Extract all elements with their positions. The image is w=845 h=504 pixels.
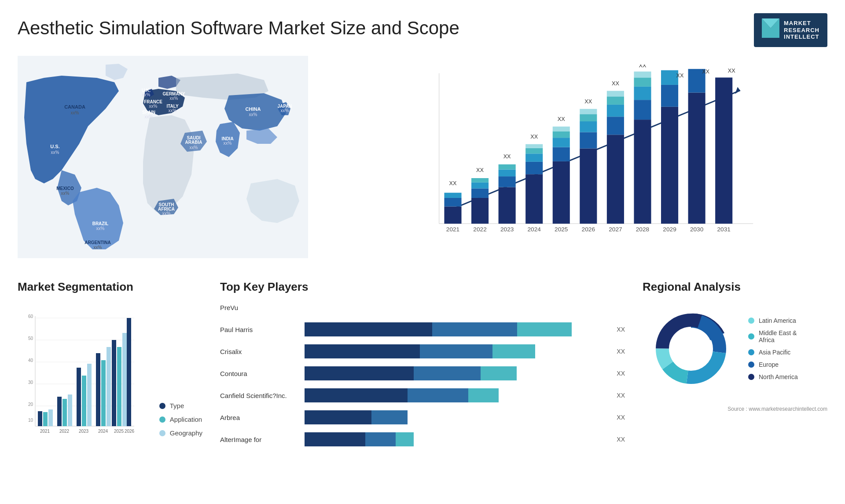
svg-text:2026: 2026 — [582, 226, 595, 233]
svg-rect-80 — [607, 96, 624, 105]
svg-text:xx%: xx% — [281, 108, 289, 113]
svg-rect-51 — [499, 176, 516, 187]
reg-label-latin-america: Latin America — [759, 317, 796, 324]
player-bar-seg1-alterimage — [305, 432, 365, 446]
segmentation-section: Market Segmentation 60 50 40 30 20 10 — [18, 280, 202, 474]
player-bar-seg2-paulharris — [432, 322, 517, 336]
svg-text:XX: XX — [476, 167, 484, 173]
svg-rect-47 — [471, 178, 489, 183]
svg-text:xx%: xx% — [162, 211, 171, 216]
svg-text:2029: 2029 — [663, 226, 676, 233]
svg-text:XX: XX — [530, 134, 538, 140]
svg-text:BRAZIL: BRAZIL — [92, 221, 109, 226]
svg-text:xx%: xx% — [94, 245, 102, 250]
svg-text:2026: 2026 — [125, 429, 135, 434]
svg-rect-121 — [62, 399, 67, 426]
legend-dot-geography — [159, 430, 165, 436]
players-content: PreVu Paul Harris XX Crisalix — [220, 300, 625, 446]
player-value-contoura: XX — [617, 370, 625, 377]
regional-title: Regional Analysis — [643, 280, 827, 294]
player-bar-seg1-canfield — [305, 388, 408, 402]
player-name-alterimage: AlterImage for — [220, 436, 299, 443]
svg-rect-41 — [444, 193, 461, 198]
svg-rect-59 — [525, 148, 543, 154]
page: Aesthetic Simulation Software Market Siz… — [0, 0, 845, 504]
player-bar-seg2-canfield — [408, 388, 468, 402]
player-bar-arbrea — [305, 410, 608, 424]
player-bar-seg2-contoura — [414, 366, 481, 380]
svg-marker-38 — [735, 87, 740, 94]
svg-rect-84 — [634, 120, 651, 224]
svg-text:ARABIA: ARABIA — [185, 140, 202, 145]
regional-section: Regional Analysis — [643, 280, 827, 474]
logo-letter — [762, 18, 779, 42]
player-value-arbrea: XX — [617, 414, 625, 421]
player-bar-seg3-contoura — [481, 366, 517, 380]
player-value-alterimage: XX — [617, 436, 625, 443]
top-row: CANADA xx% U.S. xx% MEXICO xx% BRAZIL xx… — [18, 56, 827, 267]
svg-rect-65 — [553, 138, 570, 147]
player-name-contoura: Contoura — [220, 370, 299, 377]
bar-chart-section: 2021 XX 2022 XX 2023 XX — [326, 56, 827, 267]
player-row-crisalix: Crisalix XX — [220, 344, 625, 358]
player-bar-seg2-arbrea — [371, 410, 408, 424]
player-row-canfield: Canfield Scientific?Inc. XX — [220, 388, 625, 402]
legend-application: Application — [159, 416, 202, 423]
legend-label-application: Application — [170, 416, 202, 423]
svg-text:60: 60 — [28, 314, 33, 319]
reg-label-me-africa: Middle East &Africa — [759, 329, 797, 343]
svg-rect-70 — [580, 149, 597, 224]
svg-text:XX: XX — [728, 68, 735, 74]
player-row-prevu: PreVu — [220, 300, 625, 314]
svg-rect-91 — [661, 107, 678, 224]
reg-dot-asia-pacific — [748, 349, 754, 355]
svg-rect-129 — [101, 360, 106, 426]
svg-text:2021: 2021 — [40, 429, 50, 434]
svg-rect-120 — [57, 397, 62, 426]
svg-text:50: 50 — [28, 336, 33, 341]
legend-type: Type — [159, 402, 202, 409]
svg-text:XX: XX — [612, 80, 619, 87]
svg-rect-58 — [525, 153, 543, 162]
svg-text:20: 20 — [28, 402, 33, 407]
svg-text:2028: 2028 — [636, 226, 650, 233]
svg-rect-60 — [525, 144, 543, 148]
svg-rect-81 — [607, 91, 624, 97]
header: Aesthetic Simulation Software Market Siz… — [18, 13, 827, 47]
seg-legend: Type Application Geography — [159, 402, 202, 450]
svg-rect-72 — [580, 121, 597, 132]
svg-rect-57 — [525, 162, 543, 174]
player-bar-seg1-crisalix — [305, 344, 420, 358]
svg-rect-136 — [127, 318, 131, 426]
reg-dot-europe — [748, 362, 754, 368]
player-name-crisalix: Crisalix — [220, 348, 299, 355]
logo-text: MARKET RESEARCH INTELLECT — [784, 20, 819, 40]
svg-text:10: 10 — [28, 418, 33, 423]
donut-svg — [643, 300, 739, 397]
player-row-contoura: Contoura XX — [220, 366, 625, 380]
svg-rect-77 — [607, 135, 624, 223]
player-bar-seg3-alterimage — [396, 432, 414, 446]
svg-text:2022: 2022 — [59, 429, 70, 434]
world-map-svg: CANADA xx% U.S. xx% MEXICO xx% BRAZIL xx… — [18, 56, 308, 258]
reg-legend-latin-america: Latin America — [748, 317, 798, 324]
reg-dot-north-america — [748, 374, 754, 380]
regional-legend: Latin America Middle East &Africa Asia P… — [748, 317, 798, 380]
svg-rect-71 — [580, 132, 597, 148]
svg-rect-63 — [553, 161, 570, 224]
legend-dot-application — [159, 416, 165, 423]
player-bar-contoura — [305, 366, 608, 380]
svg-rect-125 — [82, 376, 86, 426]
reg-dot-latin-america — [748, 318, 754, 324]
svg-text:XX: XX — [639, 65, 647, 69]
svg-rect-74 — [580, 109, 597, 114]
player-bar-seg2-crisalix — [420, 344, 492, 358]
svg-rect-124 — [77, 368, 81, 426]
svg-text:2022: 2022 — [473, 226, 486, 233]
svg-rect-45 — [471, 188, 489, 198]
svg-text:XX: XX — [449, 180, 457, 186]
players-section: Top Key Players PreVu Paul Harris XX — [211, 280, 634, 474]
reg-legend-asia-pacific: Asia Pacific — [748, 349, 798, 356]
svg-rect-79 — [607, 105, 624, 117]
player-name-canfield: Canfield Scientific?Inc. — [220, 392, 299, 399]
